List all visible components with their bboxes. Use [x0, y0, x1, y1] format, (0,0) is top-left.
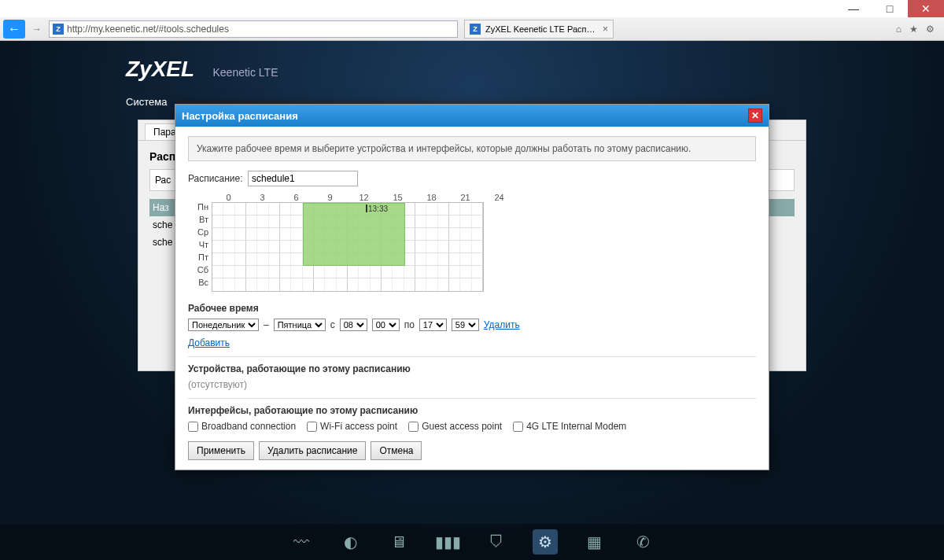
day-to-select[interactable]: Пятница [274, 319, 326, 331]
browser-tab[interactable]: Z ZyXEL Keenetic LTE Распис… × [464, 20, 614, 39]
min-to-select[interactable]: 59 [452, 319, 479, 331]
back-button[interactable]: ← [3, 20, 25, 39]
hour-from-select[interactable]: 08 [340, 319, 367, 331]
cancel-button[interactable]: Отмена [371, 441, 422, 460]
schedule-name-input[interactable] [248, 171, 358, 186]
schedule-modal: Настройка расписания ✕ Укажите рабочее в… [175, 104, 769, 470]
modal-title-text: Настройка расписания [182, 110, 298, 122]
network-icon[interactable]: 🖥 [386, 529, 411, 554]
bottom-dock: 〰 ◐ 🖥 ▮▮▮ ⛉ ⚙ ▦ ✆ [0, 524, 944, 560]
window-titlebar: — □ ✕ [0, 0, 944, 17]
gear-icon[interactable]: ⚙ [533, 529, 558, 554]
favorites-icon[interactable]: ★ [909, 24, 918, 35]
devices-none-text: (отсутствуют) [188, 379, 756, 390]
min-from-select[interactable]: 00 [372, 319, 400, 331]
settings-icon[interactable]: ⚙ [926, 24, 935, 35]
info-message: Укажите рабочее время и выберите устройс… [188, 136, 756, 161]
time-marker: 13:33 [368, 204, 388, 213]
day-from-select[interactable]: Понедельник [188, 319, 259, 331]
worktime-heading: Рабочее время [188, 303, 756, 314]
status-icon[interactable]: 〰 [289, 529, 314, 554]
tab-title: ZyXEL Keenetic LTE Распис… [485, 24, 598, 34]
iface-guest-checkbox[interactable]: Guest access point [408, 421, 502, 432]
delete-schedule-button[interactable]: Удалить расписание [259, 441, 366, 460]
window-minimize-button[interactable]: — [835, 0, 872, 17]
schedule-grid[interactable]: 03691215182124 ПнВтСрЧтПтСбВс 13:33 [188, 193, 756, 292]
model-label: Keenetic LTE [212, 66, 278, 79]
schedule-name-label: Расписание: [188, 173, 243, 184]
devices-heading: Устройства, работающие по этому расписан… [188, 356, 756, 374]
interfaces-heading: Интерфейсы, работающие по этому расписан… [188, 398, 756, 416]
home-icon[interactable]: ⌂ [896, 24, 902, 35]
iface-4g-checkbox[interactable]: 4G LTE Internal Modem [513, 421, 626, 432]
shield-icon[interactable]: ⛉ [484, 529, 509, 554]
apps-icon[interactable]: ▦ [581, 529, 607, 554]
modal-close-button[interactable]: ✕ [748, 109, 762, 123]
time-marker-line [366, 204, 367, 212]
globe-icon[interactable]: ◐ [337, 529, 363, 554]
iface-wifi-checkbox[interactable]: Wi-Fi access point [307, 421, 397, 432]
hour-to-select[interactable]: 17 [419, 319, 447, 331]
browser-toolbar: ← → Z Z ZyXEL Keenetic LTE Распис… × ⌂ ★… [0, 17, 944, 41]
delete-row-link[interactable]: Удалить [484, 319, 520, 330]
phone-icon[interactable]: ✆ [630, 529, 655, 554]
forward-button[interactable]: → [28, 20, 46, 38]
apply-button[interactable]: Применить [188, 441, 254, 460]
favicon-icon: Z [53, 24, 64, 35]
modal-titlebar[interactable]: Настройка расписания ✕ [175, 105, 769, 127]
favicon-icon: Z [470, 24, 481, 35]
address-bar[interactable]: Z [49, 20, 458, 38]
tab-close-icon[interactable]: × [603, 24, 608, 35]
iface-broadband-checkbox[interactable]: Broadband connection [188, 421, 296, 432]
signal-icon[interactable]: ▮▮▮ [435, 529, 460, 554]
selection-region[interactable] [303, 203, 405, 266]
brand-logo: ZyXEL [126, 57, 194, 82]
window-close-button[interactable]: ✕ [908, 0, 944, 17]
url-input[interactable] [67, 24, 454, 35]
add-row-link[interactable]: Добавить [188, 337, 230, 348]
window-maximize-button[interactable]: □ [872, 0, 908, 17]
